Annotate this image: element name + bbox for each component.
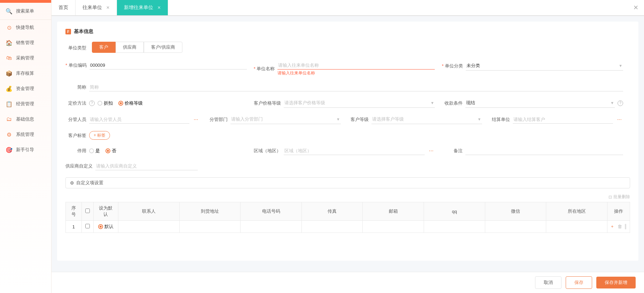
col-phone: 电话号码: [241, 202, 302, 221]
unit-type-supplier-btn[interactable]: 供应商: [116, 42, 144, 53]
row-address[interactable]: [179, 221, 241, 233]
section-icon: F: [65, 29, 71, 34]
sidebar-item-sales-label: 销售管理: [16, 40, 34, 46]
row-add-btn[interactable]: +: [611, 224, 614, 229]
sidebar-item-inventory[interactable]: 📦 库存核算: [0, 66, 51, 81]
unit-type-both-btn[interactable]: 客户/供应商: [144, 42, 182, 53]
finance-icon: 💰: [6, 85, 13, 92]
tab-partner-new[interactable]: 新增往来单位 ✕: [117, 0, 168, 15]
tab-partner-list-close[interactable]: ✕: [106, 5, 110, 10]
save-new-button[interactable]: 保存并新增: [596, 277, 636, 288]
tab-partner-new-close[interactable]: ✕: [157, 5, 161, 10]
row-location-input[interactable]: [550, 224, 604, 229]
sidebar-item-basic[interactable]: 🗂 基础信息: [0, 112, 51, 127]
unit-name-input[interactable]: [277, 61, 435, 70]
row-default-radio[interactable]: 默认: [97, 223, 115, 230]
tag-add-button[interactable]: + 标签: [89, 131, 110, 140]
field-unit-category: 单位分类 未分类 ▼: [442, 61, 630, 71]
unit-category-select[interactable]: 未分类 ▼: [466, 61, 623, 71]
col-default: 设为默认: [93, 202, 118, 221]
select-all-checkbox[interactable]: [85, 209, 90, 213]
row-email[interactable]: [363, 221, 424, 233]
tab-bar-close-all[interactable]: ✕: [628, 4, 644, 11]
save-button[interactable]: 保存: [566, 276, 592, 289]
region-dots-btn[interactable]: ···: [427, 148, 435, 154]
sidebar-item-purchase[interactable]: 🛍 采购管理: [0, 50, 51, 66]
row-contact[interactable]: [118, 221, 180, 233]
row-drag-handle[interactable]: [625, 224, 626, 229]
pricing-help-icon[interactable]: ?: [89, 100, 95, 106]
row-email-input[interactable]: [366, 224, 420, 229]
department-select[interactable]: 请输入分管部门 ▼: [230, 115, 341, 124]
sidebar-item-quicknav[interactable]: ⊙ 快捷导航: [0, 20, 51, 35]
row-location[interactable]: [546, 221, 607, 233]
cancel-button[interactable]: 取消: [535, 276, 561, 289]
row-phone[interactable]: [241, 221, 302, 233]
custom-setting-label: 自定义项设置: [76, 180, 103, 186]
unit-type-customer-btn[interactable]: 客户: [92, 42, 116, 53]
row-phone-input[interactable]: [244, 224, 298, 229]
abbreviation-input[interactable]: [89, 83, 623, 91]
disable-yes-radio[interactable]: 是: [89, 148, 100, 154]
row-contact-input[interactable]: [122, 224, 176, 229]
row-delete-btn[interactable]: 🗑: [618, 224, 622, 229]
disable-no-circle: [105, 148, 110, 153]
sidebar-item-guide-label: 新手引导: [16, 147, 34, 153]
field-disable: 停用 是 否: [65, 148, 254, 154]
manager-label: 分管人员: [65, 116, 86, 123]
region-input[interactable]: [284, 147, 425, 155]
tab-home[interactable]: 首页: [52, 0, 76, 15]
department-label: 分管部门: [207, 116, 228, 123]
sidebar-item-system[interactable]: ⚙ 系统管理: [0, 127, 51, 142]
home-icon: ⊙: [6, 24, 13, 31]
col-checkbox[interactable]: [81, 202, 93, 221]
sidebar-item-finance[interactable]: 💰 资金管理: [0, 81, 51, 96]
sidebar-item-operations[interactable]: 📋 经营管理: [0, 96, 51, 112]
unit-code-input[interactable]: [89, 61, 247, 70]
row-wechat[interactable]: [485, 221, 546, 233]
manager-input[interactable]: [89, 115, 189, 124]
manager-dots-btn[interactable]: ···: [192, 116, 199, 123]
pricing-level-radio[interactable]: 价格等级: [118, 100, 143, 106]
payment-select[interactable]: 现结 ▼: [465, 98, 615, 108]
customer-price-placeholder: 请选择客户价格等级: [284, 100, 431, 106]
row-checkbox[interactable]: [81, 221, 93, 233]
customer-price-arrow: ▼: [430, 101, 434, 105]
field-customer-price: 客户价格等级 请选择客户价格等级 ▼: [254, 98, 442, 108]
row-default[interactable]: 默认: [93, 221, 118, 233]
sidebar-item-sales[interactable]: 🏠 销售管理: [0, 35, 51, 50]
pricing-discount-radio[interactable]: 折扣: [97, 100, 113, 106]
tab-partner-list[interactable]: 往来单位 ✕: [76, 0, 117, 15]
tab-home-label: 首页: [58, 5, 68, 11]
sales-icon: 🏠: [6, 39, 13, 46]
sidebar-item-guide[interactable]: 🎯 新手引导: [0, 142, 51, 157]
disable-no-radio[interactable]: 否: [105, 148, 116, 154]
row-wechat-input[interactable]: [489, 224, 543, 229]
payment-help-icon[interactable]: ?: [618, 100, 623, 106]
supplier-custom-input[interactable]: [95, 162, 198, 170]
row-qq-input[interactable]: [427, 224, 481, 229]
row-fax-input[interactable]: [305, 224, 359, 229]
remark-input[interactable]: [465, 147, 623, 155]
field-remark: 备注: [442, 147, 630, 155]
field-supplier-custom: 供应商自定义: [65, 162, 205, 170]
row-address-input[interactable]: [183, 224, 237, 229]
sidebar-item-finance-label: 资金管理: [16, 86, 34, 92]
purchase-icon: 🛍: [6, 55, 13, 62]
customer-price-select[interactable]: 请选择客户价格等级 ▼: [284, 98, 435, 108]
row-supplier-custom: 供应商自定义: [65, 162, 630, 170]
customer-level-select[interactable]: 请选择客户等级 ▼: [371, 115, 482, 124]
main-area: 首页 往来单位 ✕ 新增往来单位 ✕ ✕ F 基本信息 单位类型 客户 供应商: [52, 0, 644, 293]
tab-partner-new-label: 新增往来单位: [124, 5, 153, 11]
row-fax[interactable]: [301, 221, 363, 233]
settlement-input[interactable]: [513, 115, 613, 124]
row-qq[interactable]: [424, 221, 485, 233]
sidebar-item-search[interactable]: 🔍 搜索菜单: [0, 3, 51, 20]
batch-delete-label[interactable]: 批量删除: [613, 194, 630, 200]
settlement-dots-btn[interactable]: ···: [616, 116, 623, 123]
disable-yes-circle: [89, 148, 94, 153]
pricing-level-label: 价格等级: [125, 100, 143, 106]
row-checkbox-input[interactable]: [85, 224, 90, 228]
sidebar-item-operations-label: 经营管理: [16, 101, 34, 107]
custom-setting-btn[interactable]: ⚙ 自定义项设置: [65, 177, 630, 188]
